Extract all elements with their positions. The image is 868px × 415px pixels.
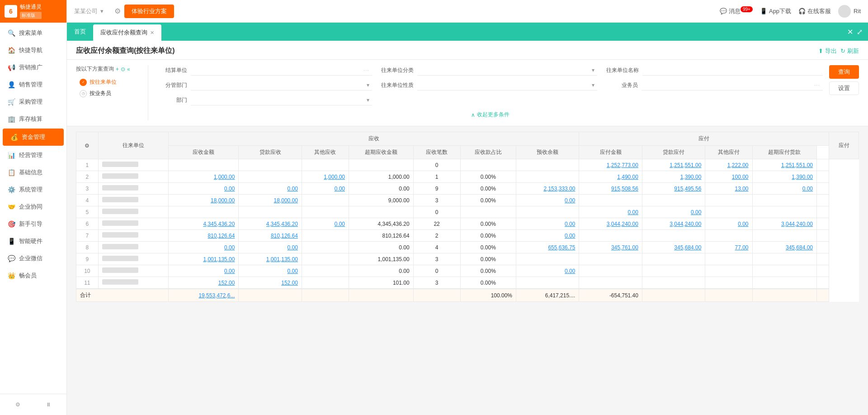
tab-ar-ap-close[interactable]: ✕ (150, 30, 154, 36)
sidebar-item-member[interactable]: 👑畅会员 (0, 267, 66, 284)
cell-link[interactable]: 810,126.64 (168, 230, 238, 242)
dept-manager-input[interactable]: ▾ (191, 80, 372, 91)
cell-link[interactable]: 13.00 (705, 183, 752, 195)
sidebar-collapse-btn[interactable]: ⏸ (35, 399, 62, 410)
cell-link[interactable]: 1,251,551.00 (642, 159, 705, 171)
scheme-collapse-icon[interactable]: « (127, 66, 130, 72)
cell-link[interactable]: 1,001,135.00 (239, 253, 302, 265)
cell-link[interactable]: 0.00 (302, 218, 349, 230)
dept-input[interactable]: ▾ (191, 95, 372, 105)
app-download-btn[interactable]: 📱 App下载 (760, 7, 791, 15)
tab-home[interactable]: 首页 (67, 23, 93, 41)
cell-link[interactable]: 1,390.00 (752, 171, 817, 183)
window-expand-btn[interactable]: ⤢ (857, 28, 863, 36)
cell-link[interactable]: 1,390.00 (642, 171, 705, 183)
cell-link[interactable]: 0.00 (752, 183, 817, 195)
settlement-unit-input[interactable]: ··· (191, 65, 372, 76)
cell-link[interactable]: 0.00 (705, 218, 752, 230)
window-close-btn[interactable]: ✕ (847, 28, 853, 36)
sidebar-item-finance[interactable]: 💰资金管理 (3, 129, 64, 146)
cell-link[interactable]: 0.00 (516, 218, 579, 230)
query-button[interactable]: 查询 (829, 65, 859, 79)
scheme-by-partner[interactable]: ✓ 按往来单位 (76, 76, 142, 88)
cell-link[interactable]: 915,495.56 (642, 183, 705, 195)
table-settings-icon[interactable]: ⚙ (85, 143, 90, 149)
cell-link[interactable]: 0.00 (168, 265, 238, 277)
sidebar-item-hardware[interactable]: 📱智能硬件 (0, 233, 66, 250)
cell-link[interactable]: 0.00 (516, 265, 579, 277)
export-btn[interactable]: ⬆ 导出 (818, 47, 837, 55)
topbar-settings-icon[interactable]: ⚙ (114, 7, 121, 15)
messages-btn[interactable]: 💬 消息 99+ (720, 7, 753, 15)
cell-link[interactable]: 915,508.56 (579, 183, 642, 195)
tab-ar-ap[interactable]: 应收应付余额查询 ✕ (93, 24, 161, 41)
cell-link[interactable]: 0.00 (168, 242, 238, 253)
cell-link[interactable]: 0.00 (579, 206, 642, 218)
industry-solution-btn[interactable]: 体验行业方案 (124, 5, 174, 18)
sidebar-item-enterprise[interactable]: 🤝企业协同 (0, 198, 66, 215)
cell-link[interactable]: 1,000.00 (168, 171, 238, 183)
cell-link[interactable]: 1,001,135.00 (168, 253, 238, 265)
sidebar-item-marketing[interactable]: 📢营销推广 (0, 59, 66, 76)
cell-link[interactable]: 3,044,240.00 (579, 218, 642, 230)
sidebar-item-sales[interactable]: 👤销售管理 (0, 76, 66, 93)
breadcrumb-chevron[interactable]: ▾ (100, 8, 104, 14)
sidebar-item-quick-nav[interactable]: 🏠快捷导航 (0, 42, 66, 59)
sidebar-item-basic-info[interactable]: 📋基础信息 (0, 164, 66, 181)
cell-link[interactable]: 3,044,240.00 (642, 218, 705, 230)
settings-button[interactable]: 设置 (829, 81, 859, 95)
user-avatar (838, 5, 851, 18)
sidebar-item-wechat[interactable]: 💬企业微信 (0, 250, 66, 267)
cell-link[interactable]: 18,000.00 (239, 195, 302, 206)
sidebar-settings-btn[interactable]: ⚙ (5, 399, 32, 410)
cell-link[interactable]: 655,636.75 (516, 242, 579, 253)
cell-link[interactable]: 0.00 (302, 183, 349, 195)
cell-link[interactable]: 18,000.00 (168, 195, 238, 206)
sidebar-item-purchase[interactable]: 🛒采购管理 (0, 93, 66, 110)
cell-link[interactable]: 0.00 (168, 183, 238, 195)
cell-link[interactable]: 4,345,436.20 (168, 218, 238, 230)
cell-link[interactable]: 2,153,333.00 (516, 183, 579, 195)
cell-link[interactable]: 100.00 (705, 171, 752, 183)
cell-link[interactable]: 810,126.64 (239, 230, 302, 242)
cell-link[interactable]: 1,252,773.00 (579, 159, 642, 171)
scheme-by-salesman[interactable]: ◷ 按业务员 (76, 88, 142, 99)
cell-link[interactable]: 0.00 (239, 265, 302, 277)
cell-link[interactable]: 1,490.00 (579, 171, 642, 183)
sidebar-item-inventory[interactable]: 🏢库存核算 (0, 110, 66, 128)
cell-link[interactable]: 345,761.00 (579, 242, 642, 253)
sidebar-item-guide[interactable]: 🎯新手引导 (0, 215, 66, 233)
cell-link[interactable]: 345,684.00 (642, 242, 705, 253)
sidebar-item-operations[interactable]: 📊经营管理 (0, 147, 66, 164)
sidebar-item-system[interactable]: ⚙️系统管理 (0, 181, 66, 198)
partner-nature-input[interactable]: ▾ (417, 80, 598, 91)
cell-link[interactable]: 152.00 (239, 277, 302, 289)
scheme-add-icon[interactable]: + (116, 66, 119, 72)
total-ar-amount[interactable]: 19,553,472,6... (168, 289, 238, 302)
online-service-btn[interactable]: 🎧 在线客服 (798, 7, 831, 15)
cell-link[interactable]: 77.00 (705, 242, 752, 253)
cell (516, 253, 579, 265)
cell-link[interactable]: 3,044,240.00 (752, 218, 817, 230)
cell-link[interactable]: 1,251,551.00 (752, 159, 817, 171)
sidebar-item-search-menu[interactable]: 🔍搜索菜单 (0, 24, 66, 42)
scheme-settings-icon[interactable]: ⊙ (121, 66, 125, 72)
app-download-icon: 📱 (760, 8, 767, 14)
cell-link[interactable]: 0.00 (516, 195, 579, 206)
partner-name-input[interactable] (642, 65, 823, 76)
salesman-input[interactable]: ··· (642, 80, 823, 91)
cell-link[interactable]: 0.00 (239, 183, 302, 195)
refresh-btn[interactable]: ↻ 刷新 (840, 47, 859, 55)
cell-link[interactable]: 152.00 (168, 277, 238, 289)
cell-link[interactable]: 345,684.00 (752, 242, 817, 253)
collapse-more-btn[interactable]: ∧ 收起更多条件 (156, 109, 859, 120)
cell-link[interactable]: 4,345,436.20 (239, 218, 302, 230)
cell-link[interactable]: 0.00 (642, 206, 705, 218)
cell-link[interactable]: 1,222.00 (705, 159, 752, 171)
user-profile[interactable]: Rit (838, 5, 861, 18)
cell-link[interactable]: 0.00 (516, 230, 579, 242)
cell-link[interactable]: 1,000.00 (302, 171, 349, 183)
cell-link[interactable]: 0.00 (239, 242, 302, 253)
partner-category-input[interactable]: ▾ (417, 65, 598, 76)
col-settings[interactable]: ⚙ (76, 132, 99, 159)
